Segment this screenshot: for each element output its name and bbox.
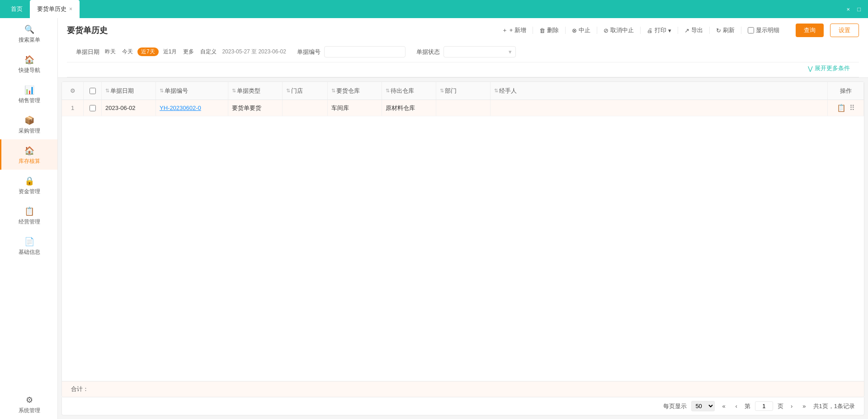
td-ops-1: 📋 ⠿ <box>828 100 864 116</box>
stop-button[interactable]: ⊗ 中止 <box>572 26 590 34</box>
divider-5 <box>678 27 678 34</box>
top-tabs: 首页 要货单历史 × <box>4 0 847 18</box>
date-filter-label: 单据日期 <box>76 48 99 56</box>
page-size-select[interactable]: 50 10 20 100 <box>691 401 715 411</box>
row-edit-icon[interactable]: 📋 <box>837 104 846 112</box>
cancel-stop-icon: ⊘ <box>604 27 609 34</box>
finance-icon: 🔒 <box>24 176 34 186</box>
sort-pendwh-icon[interactable]: ⇅ <box>386 88 390 94</box>
divider-6 <box>709 27 710 34</box>
th-pendwh: ⇅ 待出仓库 <box>382 82 436 100</box>
detail-checkbox[interactable] <box>748 27 754 33</box>
select-all-checkbox[interactable] <box>90 88 96 94</box>
date-shortcut-today[interactable]: 今天 <box>120 48 135 56</box>
date-shortcut-1month[interactable]: 近1月 <box>161 48 179 56</box>
tab-home[interactable]: 首页 <box>4 0 30 18</box>
content-area: 要货单历史 ＋ + 新增 🗑 删除 ⊗ 中止 <box>58 18 868 419</box>
expand-chevron-icon: ⋁ <box>808 65 813 72</box>
page-header: 要货单历史 ＋ + 新增 🗑 删除 ⊗ 中止 <box>58 18 868 78</box>
sort-reqwh-icon[interactable]: ⇅ <box>331 88 335 94</box>
date-shortcut-custom[interactable]: 自定义 <box>198 48 218 56</box>
sidebar-item-quick-nav[interactable]: 🏠 快捷导航 <box>0 48 57 79</box>
show-detail-checkbox[interactable]: 显示明细 <box>748 26 779 34</box>
sidebar-item-base-info[interactable]: 📄 基础信息 <box>0 230 57 261</box>
sidebar-item-inventory-calc[interactable]: 🏠 库存核算 <box>0 139 57 170</box>
sort-store-icon[interactable]: ⇅ <box>286 88 290 94</box>
docno-filter-input[interactable] <box>324 46 406 57</box>
th-type: ⇅ 单据类型 <box>228 82 283 100</box>
sort-docno-icon[interactable]: ⇅ <box>160 88 164 94</box>
sidebar: 🔍 搜索菜单 🏠 快捷导航 📊 销售管理 📦 采购管理 🏠 库存核算 🔒 资金管… <box>0 18 58 419</box>
td-handler-1 <box>491 100 828 116</box>
table-area: ⚙ ⇅ 单据日期 ⇅ 单据编号 ⇅ 单据类型 ⇅ <box>61 81 864 397</box>
last-page-btn[interactable]: » <box>800 402 808 410</box>
th-index: ⚙ <box>62 82 84 100</box>
settings-button[interactable]: 设置 <box>830 24 859 37</box>
baseinfo-icon: 📄 <box>24 237 34 247</box>
sort-handler-icon[interactable]: ⇅ <box>494 88 498 94</box>
sidebar-item-search-menu[interactable]: 🔍 搜索菜单 <box>0 18 57 48</box>
cancel-stop-button[interactable]: ⊘ 取消中止 <box>604 26 634 34</box>
sort-type-icon[interactable]: ⇅ <box>232 88 236 94</box>
date-shortcuts: 昨天 今天 近7天 近1月 更多 自定义 <box>103 48 218 56</box>
sidebar-item-purchase-mgmt[interactable]: 📦 采购管理 <box>0 109 57 139</box>
new-icon: ＋ <box>502 26 508 34</box>
docno-filter-label: 单据编号 <box>297 48 321 56</box>
divider-7 <box>741 27 741 34</box>
td-check-1 <box>84 100 102 116</box>
export-icon: ↗ <box>684 27 689 34</box>
expand-conditions-button[interactable]: ⋁ 展开更多条件 <box>808 64 850 72</box>
sidebar-item-ops-mgmt[interactable]: 📋 经营管理 <box>0 200 57 230</box>
status-filter-label: 单据状态 <box>416 48 440 56</box>
date-shortcut-yesterday[interactable]: 昨天 <box>103 48 118 56</box>
next-page-btn[interactable]: › <box>788 402 795 410</box>
sidebar-item-finance-mgmt[interactable]: 🔒 资金管理 <box>0 170 57 200</box>
row-checkbox-1[interactable] <box>90 105 96 111</box>
td-store-1 <box>283 100 328 116</box>
sort-dept-icon[interactable]: ⇅ <box>440 88 444 94</box>
divider-3 <box>597 27 597 34</box>
print-chevron-icon: ▾ <box>668 27 671 34</box>
page-input[interactable]: 1 <box>755 401 773 411</box>
column-settings-icon[interactable]: ⚙ <box>66 84 80 98</box>
td-reqwh-1: 车间库 <box>328 100 382 116</box>
docno-filter-group: 单据编号 <box>297 46 406 57</box>
td-docno-1: YH-20230602-0 <box>156 100 228 116</box>
delete-button[interactable]: 🗑 删除 <box>539 26 559 34</box>
prev-page-btn[interactable]: ‹ <box>733 402 740 410</box>
print-button[interactable]: 🖨 打印 ▾ <box>647 26 671 34</box>
export-button[interactable]: ↗ 导出 <box>684 26 703 34</box>
sidebar-item-sales-mgmt[interactable]: 📊 销售管理 <box>0 79 57 109</box>
purchase-icon: 📦 <box>24 115 34 125</box>
th-store: ⇅ 门店 <box>283 82 328 100</box>
main-layout: 🔍 搜索菜单 🏠 快捷导航 📊 销售管理 📦 采购管理 🏠 库存核算 🔒 资金管… <box>0 18 868 419</box>
new-button[interactable]: ＋ + 新增 <box>502 26 526 34</box>
sort-date-icon[interactable]: ⇅ <box>105 88 109 94</box>
window-close-btn[interactable]: × <box>847 6 850 13</box>
window-maximize-btn[interactable]: □ <box>857 6 861 13</box>
sidebar-item-sys-mgmt[interactable]: ⚙ 系统管理 <box>0 389 57 419</box>
th-dept: ⇅ 部门 <box>436 82 491 100</box>
status-select[interactable]: ▾ <box>443 46 516 57</box>
divider-1 <box>533 27 533 34</box>
td-dept-1 <box>436 100 491 116</box>
tab-close-icon[interactable]: × <box>69 6 72 12</box>
row-more-icon[interactable]: ⠿ <box>849 104 855 112</box>
top-bar-right: × □ <box>847 6 868 13</box>
filter-expand-row: ⋁ 展开更多条件 <box>67 62 859 77</box>
date-shortcut-7days[interactable]: 近7天 <box>137 48 159 56</box>
doc-link-1[interactable]: YH-20230602-0 <box>160 105 201 111</box>
td-pendwh-1: 原材料仓库 <box>382 100 436 116</box>
refresh-button[interactable]: ↻ 刷新 <box>716 26 735 34</box>
query-button[interactable]: 查询 <box>796 24 824 37</box>
tab-requisition-history[interactable]: 要货单历史 × <box>30 0 80 18</box>
first-page-btn[interactable]: « <box>719 402 728 410</box>
table-footer: 合计： <box>62 381 864 397</box>
date-range-text: 2023-05-27 至 2023-06-02 <box>222 48 286 56</box>
refresh-icon: ↻ <box>716 27 721 34</box>
divider-2 <box>565 27 566 34</box>
ops-icon: 📋 <box>24 206 34 216</box>
settings-icon: ⚙ <box>26 395 33 405</box>
date-shortcut-more[interactable]: 更多 <box>181 48 196 56</box>
toolbar: ＋ + 新增 🗑 删除 ⊗ 中止 ⊘ <box>502 24 859 37</box>
